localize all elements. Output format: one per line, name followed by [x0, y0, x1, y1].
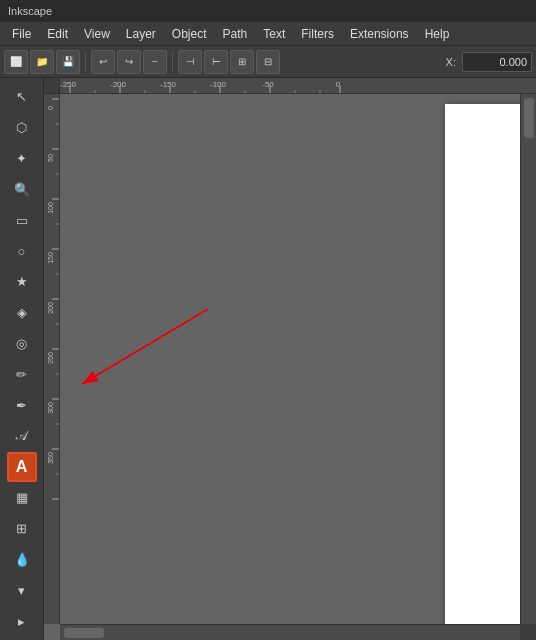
toolbar-btn-new[interactable]: ⬜ [4, 50, 28, 74]
mesh-icon: ⊞ [16, 521, 27, 536]
menu-item-filters[interactable]: Filters [293, 25, 342, 43]
menu-item-extensions[interactable]: Extensions [342, 25, 417, 43]
menu-item-file[interactable]: File [4, 25, 39, 43]
svg-text:-100: -100 [210, 80, 227, 89]
scrollbar-right[interactable] [520, 94, 536, 624]
toolbar-btn-align-c[interactable]: ⊢ [204, 50, 228, 74]
pen-icon: ✒ [16, 398, 27, 413]
tool-zoom[interactable]: 🔍 [7, 174, 37, 204]
tool-tweak[interactable]: ✦ [7, 144, 37, 174]
tool-pen[interactable]: ✒ [7, 390, 37, 420]
canvas-white[interactable] [60, 94, 536, 624]
main-area: ↖⬡✦🔍▭○★◈◎✏✒𝒜A▦⊞💧▾▸ -250 -200 -150 -100 -… [0, 78, 536, 640]
tool-spiral[interactable]: ◎ [7, 329, 37, 359]
toolbar-btn-dist-h[interactable]: ⊞ [230, 50, 254, 74]
tool-circle[interactable]: ○ [7, 236, 37, 266]
tool-pencil[interactable]: ✏ [7, 359, 37, 389]
toolbar-btn-align-l[interactable]: ⊣ [178, 50, 202, 74]
svg-text:0: 0 [47, 106, 54, 110]
select-icon: ↖ [16, 89, 27, 104]
menu-item-layer[interactable]: Layer [118, 25, 164, 43]
svg-text:0: 0 [336, 80, 341, 89]
toolbar-btn-zoom-out[interactable]: − [143, 50, 167, 74]
node-icon: ⬡ [16, 120, 27, 135]
menu-item-help[interactable]: Help [417, 25, 458, 43]
svg-text:200: 200 [47, 302, 54, 314]
svg-text:350: 350 [47, 452, 54, 464]
tool-fill[interactable]: ▾ [7, 575, 37, 605]
ruler-left: 0 50 100 150 200 250 300 350 [44, 94, 60, 624]
spiral-icon: ◎ [16, 336, 27, 351]
fill-icon: ▾ [18, 583, 25, 598]
toolbar: ⬜ 📁 💾 ↩ ↪ − ⊣ ⊢ ⊞ ⊟ X: [0, 46, 536, 78]
toolbar-sep-1 [85, 52, 86, 72]
tool-more[interactable]: ▸ [7, 606, 37, 636]
left-toolbar: ↖⬡✦🔍▭○★◈◎✏✒𝒜A▦⊞💧▾▸ [0, 78, 44, 640]
toolbar-btn-undo[interactable]: ↩ [91, 50, 115, 74]
ruler-top: -250 -200 -150 -100 -50 0 [60, 78, 536, 94]
tool-3d[interactable]: ◈ [7, 298, 37, 328]
x-coord-label: X: [446, 56, 456, 68]
star-icon: ★ [16, 274, 28, 289]
svg-text:100: 100 [47, 202, 54, 214]
menu-item-text[interactable]: Text [255, 25, 293, 43]
tool-text[interactable]: A [7, 452, 37, 482]
toolbar-btn-redo[interactable]: ↪ [117, 50, 141, 74]
calligraphy-icon: 𝒜 [16, 428, 27, 444]
menu-item-edit[interactable]: Edit [39, 25, 76, 43]
tool-select[interactable]: ↖ [7, 82, 37, 112]
ruler-corner [44, 78, 60, 94]
tool-dropper[interactable]: 💧 [7, 544, 37, 574]
title-text: Inkscape [8, 5, 52, 17]
svg-text:250: 250 [47, 352, 54, 364]
svg-text:-250: -250 [60, 80, 77, 89]
svg-text:150: 150 [47, 252, 54, 264]
gradient-icon: ▦ [16, 490, 28, 505]
menu-bar: FileEditViewLayerObjectPathTextFiltersEx… [0, 22, 536, 46]
tool-gradient[interactable]: ▦ [7, 483, 37, 513]
toolbar-btn-save[interactable]: 💾 [56, 50, 80, 74]
menu-item-object[interactable]: Object [164, 25, 215, 43]
canvas-area[interactable]: -250 -200 -150 -100 -50 0 [44, 78, 536, 640]
tool-calligraphy[interactable]: 𝒜 [7, 421, 37, 451]
svg-text:50: 50 [47, 154, 54, 162]
text-icon: A [16, 458, 28, 476]
rect-icon: ▭ [16, 213, 28, 228]
3d-icon: ◈ [17, 305, 27, 320]
circle-icon: ○ [18, 244, 26, 259]
scrollbar-bottom[interactable] [60, 624, 520, 640]
zoom-icon: 🔍 [14, 182, 30, 197]
tool-node[interactable]: ⬡ [7, 113, 37, 143]
pencil-icon: ✏ [16, 367, 27, 382]
svg-text:-50: -50 [262, 80, 274, 89]
tweak-icon: ✦ [16, 151, 27, 166]
svg-text:-200: -200 [110, 80, 127, 89]
svg-rect-0 [60, 78, 536, 94]
scroll-corner-br [520, 624, 536, 640]
title-bar: Inkscape [0, 0, 536, 22]
svg-text:300: 300 [47, 402, 54, 414]
tool-star[interactable]: ★ [7, 267, 37, 297]
toolbar-btn-dist-v[interactable]: ⊟ [256, 50, 280, 74]
svg-text:-150: -150 [160, 80, 177, 89]
toolbar-btn-open[interactable]: 📁 [30, 50, 54, 74]
tool-rect[interactable]: ▭ [7, 205, 37, 235]
more-icon: ▸ [18, 614, 25, 629]
menu-item-view[interactable]: View [76, 25, 118, 43]
svg-line-46 [82, 309, 208, 384]
x-coord-input[interactable] [462, 52, 532, 72]
menu-item-path[interactable]: Path [215, 25, 256, 43]
dropper-icon: 💧 [14, 552, 30, 567]
tool-mesh[interactable]: ⊞ [7, 514, 37, 544]
toolbar-sep-2 [172, 52, 173, 72]
